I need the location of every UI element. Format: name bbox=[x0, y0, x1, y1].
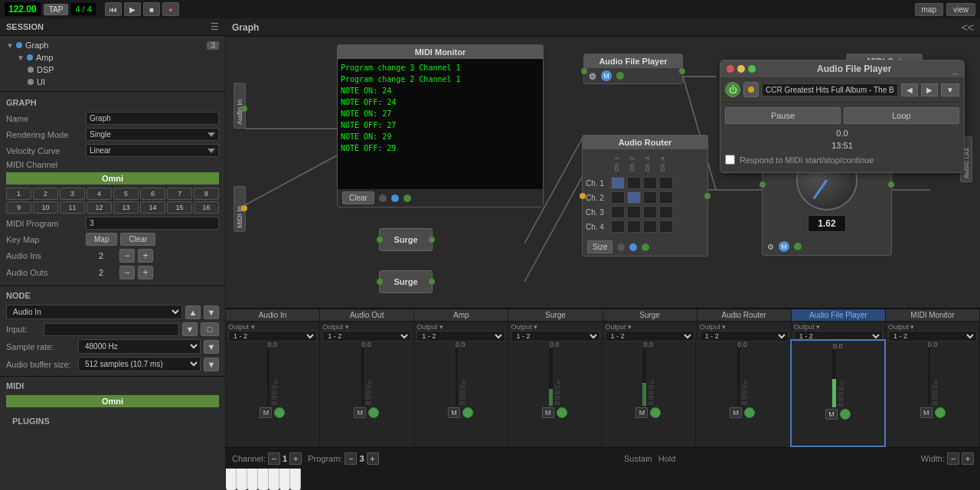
midi-ch-7[interactable]: 7 bbox=[167, 188, 192, 200]
afp-out-port[interactable] bbox=[679, 68, 685, 74]
afp-min-dot[interactable] bbox=[737, 65, 745, 73]
amp-out-port[interactable] bbox=[888, 181, 894, 188]
power-led-1[interactable] bbox=[274, 407, 285, 418]
piano-key-white-6[interactable] bbox=[279, 469, 290, 490]
afp-loop-btn[interactable]: Loop bbox=[844, 107, 959, 124]
midi-ch-3[interactable]: 3 bbox=[60, 188, 85, 200]
afp-power-led[interactable] bbox=[616, 72, 624, 80]
map-button[interactable]: Map bbox=[86, 233, 117, 246]
velocity-select[interactable]: Linear bbox=[86, 144, 219, 157]
surge1-out-port[interactable] bbox=[429, 237, 435, 243]
midi-ch-13[interactable]: 13 bbox=[113, 201, 139, 214]
buffer-select[interactable]: 512 samples (10.7 ms) bbox=[78, 357, 201, 371]
node-up-btn[interactable]: ▲ bbox=[185, 305, 201, 319]
router-cell-3-2[interactable] bbox=[627, 206, 641, 218]
afp-file-prev-btn[interactable]: ◀ bbox=[901, 83, 918, 96]
omni-bar[interactable]: Omni bbox=[6, 172, 219, 185]
program-plus[interactable]: + bbox=[367, 452, 379, 465]
surge-1-node[interactable]: Surge bbox=[379, 228, 433, 251]
stop-button[interactable]: ■ bbox=[143, 2, 160, 16]
audio-in-port[interactable] bbox=[241, 106, 247, 112]
clear-button[interactable]: Clear bbox=[120, 233, 155, 246]
input-btn2[interactable]: □ bbox=[201, 322, 219, 336]
tree-dsp-item[interactable]: DSP bbox=[0, 64, 225, 76]
afp-file-open-btn[interactable]: ▼ bbox=[941, 83, 959, 96]
router-out-port[interactable] bbox=[704, 193, 710, 199]
power-led-4[interactable] bbox=[557, 407, 567, 418]
mute-btn-8[interactable]: M bbox=[920, 407, 933, 418]
rendering-select[interactable]: Single bbox=[86, 128, 219, 141]
audio-ins-plus[interactable]: + bbox=[138, 249, 153, 263]
power-led-2[interactable] bbox=[368, 407, 379, 418]
channel-minus[interactable]: − bbox=[268, 452, 280, 465]
midi-ch-6[interactable]: 6 bbox=[140, 188, 165, 200]
mute-btn-7[interactable]: M bbox=[825, 409, 838, 420]
power-led-6[interactable] bbox=[744, 407, 755, 418]
amp-m-btn[interactable]: M bbox=[779, 241, 789, 252]
afp-gear-icon[interactable]: ⚙ bbox=[589, 72, 596, 80]
collapse-icon[interactable]: ☰ bbox=[211, 21, 219, 32]
router-cell-2-2[interactable] bbox=[627, 191, 641, 204]
node-down-btn[interactable]: ▼ bbox=[204, 305, 219, 319]
rewind-button[interactable]: ⏮ bbox=[105, 2, 122, 16]
power-led-7[interactable] bbox=[840, 409, 851, 420]
router-cell-2-1[interactable] bbox=[611, 191, 625, 204]
name-input[interactable] bbox=[86, 112, 219, 125]
router-cell-4-1[interactable] bbox=[611, 220, 625, 233]
midi-ch-10[interactable]: 10 bbox=[33, 201, 58, 214]
audio-ins-minus[interactable]: − bbox=[119, 249, 135, 263]
afp-m-led[interactable]: M bbox=[601, 70, 612, 81]
router-size-btn[interactable]: Size bbox=[587, 240, 612, 253]
router-cell-1-2[interactable] bbox=[627, 177, 641, 189]
midi-ch-16[interactable]: 16 bbox=[194, 201, 219, 214]
piano-key-white-4[interactable] bbox=[258, 469, 269, 490]
midi-ch-5[interactable]: 5 bbox=[113, 188, 139, 200]
router-cell-1-1[interactable] bbox=[611, 177, 625, 189]
piano-key-white-5[interactable] bbox=[269, 469, 279, 490]
afp-max-dot[interactable] bbox=[748, 65, 756, 73]
midi-clear-button[interactable]: Clear bbox=[342, 191, 374, 204]
midi-ch-2[interactable]: 2 bbox=[33, 188, 58, 200]
piano-key-white-1[interactable] bbox=[226, 469, 237, 490]
audio-outs-minus[interactable]: − bbox=[119, 266, 135, 279]
router-cell-1-4[interactable] bbox=[659, 177, 673, 189]
router-cell-3-1[interactable] bbox=[611, 206, 625, 218]
afp-pause-btn[interactable]: Pause bbox=[725, 107, 841, 124]
router-cell-2-3[interactable] bbox=[643, 191, 657, 204]
node-type-select[interactable]: Audio In bbox=[6, 305, 182, 319]
surge2-out-port[interactable] bbox=[429, 279, 435, 285]
graph-collapse-arrows[interactable]: << bbox=[962, 21, 974, 34]
piano-key-white-3[interactable] bbox=[247, 469, 258, 490]
mute-btn-5[interactable]: M bbox=[635, 407, 648, 418]
power-led-5[interactable] bbox=[650, 407, 661, 418]
afp-close-dot[interactable] bbox=[727, 65, 734, 73]
router-cell-4-3[interactable] bbox=[643, 220, 657, 233]
midi-ch-15[interactable]: 15 bbox=[167, 201, 192, 214]
amp-power-led[interactable] bbox=[794, 243, 802, 250]
router-cell-1-3[interactable] bbox=[643, 177, 657, 189]
record-button[interactable]: ● bbox=[162, 2, 179, 16]
piano-key-white-2[interactable] bbox=[237, 469, 247, 490]
view-button[interactable]: view bbox=[946, 3, 975, 16]
midi-ch-11[interactable]: 11 bbox=[60, 201, 85, 214]
surge2-in-port[interactable] bbox=[377, 279, 383, 285]
mute-btn-3[interactable]: M bbox=[448, 407, 460, 418]
buffer-arrow[interactable]: ▼ bbox=[204, 358, 219, 371]
width-minus[interactable]: − bbox=[947, 452, 959, 465]
afp-file-input[interactable] bbox=[762, 83, 898, 96]
tree-amp-item[interactable]: ▼ Amp bbox=[0, 51, 225, 64]
router-cell-3-3[interactable] bbox=[643, 206, 657, 218]
midi-ch-9[interactable]: 9 bbox=[6, 201, 31, 214]
midi-ch-1[interactable]: 1 bbox=[6, 188, 31, 200]
channel-plus[interactable]: + bbox=[289, 452, 302, 465]
router-cell-3-4[interactable] bbox=[659, 206, 673, 218]
surge-2-node[interactable]: Surge bbox=[379, 270, 433, 293]
mute-btn-1[interactable]: M bbox=[260, 407, 272, 418]
afp-power-button[interactable]: ⏻ bbox=[725, 82, 740, 97]
tree-ui-item[interactable]: UI bbox=[0, 76, 225, 88]
amp-in-port[interactable] bbox=[760, 181, 766, 188]
afp-in-port[interactable] bbox=[581, 68, 587, 74]
router-in-port[interactable] bbox=[580, 193, 586, 199]
amp-gear-icon[interactable]: ⚙ bbox=[767, 243, 774, 251]
program-minus[interactable]: − bbox=[345, 452, 357, 465]
